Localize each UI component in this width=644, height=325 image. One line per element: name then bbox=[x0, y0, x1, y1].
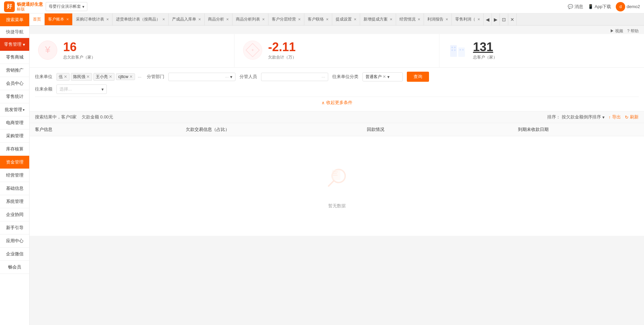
refresh-label: 刷新 bbox=[630, 114, 639, 120]
sidebar-item-super-member[interactable]: 畅会员 bbox=[0, 261, 29, 274]
tab-close-icon[interactable]: ✕ bbox=[477, 17, 480, 21]
col-header-repayment-label: 回款情况 bbox=[367, 127, 384, 132]
refresh-btn[interactable]: ↻ 刷新 bbox=[625, 114, 639, 120]
video-label: 视频 bbox=[615, 29, 623, 33]
user-avatar-btn[interactable]: d demo2 bbox=[616, 2, 640, 11]
tab-product-inbound[interactable]: 产成品入库单 ✕ bbox=[169, 13, 205, 25]
more-tags-btn[interactable]: ··· bbox=[136, 74, 143, 79]
tag-close-icon[interactable]: ✕ bbox=[64, 74, 67, 79]
person-select[interactable]: ··· bbox=[261, 73, 328, 81]
account-dropdown[interactable]: 母婴行业演示帐套 ▾ bbox=[46, 2, 87, 11]
sidebar-item-app-center[interactable]: 应用中心 bbox=[0, 234, 29, 248]
tab-new-incentive[interactable]: 新增提成方案 ✕ bbox=[360, 13, 396, 25]
sidebar-item-retail-shop[interactable]: 零售商城 bbox=[0, 51, 29, 64]
tab-profit-report[interactable]: 利润报告 ✕ bbox=[424, 13, 452, 25]
refresh-icon: ↻ bbox=[625, 115, 629, 120]
messages-btn[interactable]: 💬 消息 bbox=[568, 4, 583, 10]
sidebar-item-marketing[interactable]: 营销推广 bbox=[0, 64, 29, 77]
sidebar-item-wholesale[interactable]: 批发管理 ▾ bbox=[0, 103, 29, 116]
tab-close-icon[interactable]: ✕ bbox=[198, 17, 201, 21]
tab-inbound-stats[interactable]: 进货单统计表（按商品） ✕ bbox=[113, 13, 169, 25]
filter-tag-cjttcw[interactable]: cjttcw ✕ bbox=[116, 73, 135, 80]
tab-incentive-settings[interactable]: 提成设置 ✕ bbox=[332, 13, 360, 25]
app-download-btn[interactable]: 📱 App下载 bbox=[588, 4, 611, 10]
video-btn[interactable]: ▶ 视频 bbox=[610, 28, 623, 34]
tab-close-icon[interactable]: ✕ bbox=[354, 17, 356, 21]
tag-close-icon[interactable]: ✕ bbox=[86, 74, 90, 79]
logo-line1: 畅捷通好生意 bbox=[17, 2, 43, 7]
sidebar-item-enterprise-coop[interactable]: 企业协同 bbox=[0, 208, 29, 221]
sidebar-item-ecommerce[interactable]: 电商管理 bbox=[0, 116, 29, 130]
tab-scroll-right[interactable]: ▶ bbox=[492, 13, 500, 25]
remaining-select[interactable]: 选择... ▾ bbox=[56, 84, 107, 94]
tab-bar: 首页 客户账本 ✕ 采购订单统计表 ✕ 进货单统计表（按商品） ✕ 产成品入库单… bbox=[30, 13, 644, 26]
tab-close-icon[interactable]: ✕ bbox=[262, 17, 265, 21]
sidebar-item-finance[interactable]: 资金管理 bbox=[0, 156, 29, 169]
tab-scroll-left[interactable]: ◀ bbox=[484, 13, 492, 25]
collapse-conditions-btn[interactable]: ∧ 收起更多条件 bbox=[35, 98, 639, 107]
sidebar-quick-nav[interactable]: 快捷导航 bbox=[0, 26, 29, 38]
sidebar-item-inventory[interactable]: 库存核算 bbox=[0, 143, 29, 156]
tab-close-icon[interactable]: ✕ bbox=[162, 17, 165, 21]
sidebar-item-retail-stats[interactable]: 零售统计 bbox=[0, 90, 29, 103]
sidebar-item-operations[interactable]: 经营管理 bbox=[0, 169, 29, 182]
tab-close-icon[interactable]: ✕ bbox=[106, 17, 109, 21]
stat-total-debit-customers: ¥ 16 总欠款客户（家） bbox=[30, 34, 234, 67]
tag-close-icon[interactable]: ✕ bbox=[109, 74, 112, 79]
stat-label-total-debt: 欠款合计（万） bbox=[268, 55, 296, 60]
sidebar-item-basic-info[interactable]: 基础信息 bbox=[0, 182, 29, 195]
sort-select[interactable]: 排序： 按欠款金额倒序排序 ▾ bbox=[547, 114, 605, 120]
category-select[interactable]: 普通客户 ✕ ▾ bbox=[362, 72, 403, 81]
result-summary: 搜索结果中，客户0家 欠款金额 0.00元 bbox=[35, 114, 113, 120]
export-btn[interactable]: ↑ 导出 bbox=[609, 114, 621, 120]
tab-customer-segment[interactable]: 客户分层经营 ✕ bbox=[268, 13, 304, 25]
tag-close-icon[interactable]: ✕ bbox=[383, 74, 386, 79]
query-button[interactable]: 查询 bbox=[407, 72, 429, 82]
tab-expand[interactable]: ⊡ bbox=[500, 13, 508, 25]
play-icon: ▶ bbox=[610, 29, 614, 33]
stat-label-total-customers: 总客户（家） bbox=[473, 55, 497, 60]
sidebar-item-member-center[interactable]: 会员中心 bbox=[0, 77, 29, 90]
tab-operations[interactable]: 经营情况 ✕ bbox=[396, 13, 424, 25]
tab-close-icon[interactable]: ✕ bbox=[298, 17, 301, 21]
tab-close-icon[interactable]: ✕ bbox=[66, 17, 69, 21]
tab-retail-profit[interactable]: 零售利润（ ✕ bbox=[452, 13, 484, 25]
tab-product-analysis-list[interactable]: 商品分析列表 ✕ bbox=[232, 13, 268, 25]
sidebar-item-label: 基础信息 bbox=[6, 186, 24, 191]
sort-label-text: 排序： bbox=[547, 114, 560, 120]
help-label: 帮助 bbox=[631, 29, 639, 33]
col-header-repayment: 回款情况 bbox=[367, 127, 518, 133]
col-header-date-label: 到期未收款日期 bbox=[518, 127, 549, 132]
filter-tag-wang[interactable]: 王小亮 ✕ bbox=[93, 73, 115, 81]
tab-home[interactable]: 首页 bbox=[30, 13, 45, 25]
sidebar-item-label: 电商管理 bbox=[6, 120, 24, 125]
person-filter-label: 分管人员 bbox=[240, 74, 257, 80]
sidebar-item-system[interactable]: 系统管理 bbox=[0, 195, 29, 208]
tab-close-icon[interactable]: ✕ bbox=[326, 17, 329, 21]
help-btn[interactable]: ? 帮助 bbox=[627, 28, 639, 34]
tab-product-analysis[interactable]: 商品分析 ✕ bbox=[205, 13, 232, 25]
tab-close-icon[interactable]: ✕ bbox=[390, 17, 392, 21]
category-tag[interactable]: 普通客户 ✕ bbox=[366, 74, 386, 80]
sidebar-search[interactable]: 搜索菜单 bbox=[0, 13, 29, 26]
tag-close-icon[interactable]: ✕ bbox=[129, 74, 133, 79]
sidebar-retail-mgmt[interactable]: 零售管理 ▾ bbox=[0, 38, 29, 51]
filter-area: 往来单位 伍 ✕ 陈民强 ✕ 王小亮 ✕ bbox=[30, 68, 644, 111]
message-icon: 💬 bbox=[568, 4, 573, 9]
sidebar-item-new-guide[interactable]: 新手引导 bbox=[0, 221, 29, 234]
tab-close-all[interactable]: ✕ bbox=[508, 13, 517, 25]
tab-label: 经营情况 bbox=[399, 16, 416, 22]
tab-close-icon[interactable]: ✕ bbox=[418, 17, 420, 21]
sidebar-item-enterprise-wechat[interactable]: 企业微信 bbox=[0, 248, 29, 261]
tab-customer-accounts[interactable]: 客户账本 ✕ bbox=[45, 13, 73, 25]
stat-text: 16 总欠款客户（家） bbox=[63, 41, 95, 60]
tab-close-icon[interactable]: ✕ bbox=[226, 17, 229, 21]
page-content: ▶ 视频 ? 帮助 ¥ bbox=[30, 26, 644, 325]
tab-purchase-order-stats[interactable]: 采购订单统计表 ✕ bbox=[73, 13, 113, 25]
tab-close-icon[interactable]: ✕ bbox=[445, 17, 448, 21]
sidebar-item-purchase[interactable]: 采购管理 bbox=[0, 130, 29, 143]
filter-tag-chen[interactable]: 陈民强 ✕ bbox=[71, 73, 92, 81]
tab-customer-contact[interactable]: 客户联络 ✕ bbox=[304, 13, 332, 25]
dept-select[interactable]: ··· ▾ bbox=[168, 73, 235, 81]
filter-tag-wu[interactable]: 伍 ✕ bbox=[56, 73, 70, 81]
